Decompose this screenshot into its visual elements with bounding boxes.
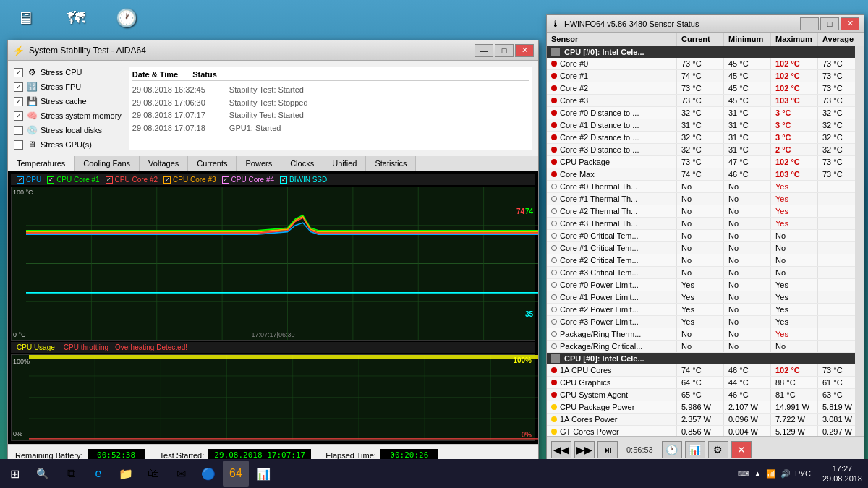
hwinfo-minimize-button[interactable]: — — [800, 17, 819, 30]
hwinfo-maximize-button[interactable]: □ — [820, 17, 839, 30]
remaining-label: Remaining Battery: — [15, 451, 83, 460]
aida-titlebar[interactable]: ⚡ System Stability Test - AIDA64 — □ ✕ — [8, 40, 538, 61]
aida-close-button[interactable]: ✕ — [515, 44, 534, 57]
hwinfo-row-core2-dist: Core #2 Distance to ... 32 °C 31 °C 3 °C… — [547, 132, 855, 144]
taskbar-tray: ⌨ ▲ 📶 🔊 РУС — [732, 469, 817, 479]
tray-arrow[interactable]: ▲ — [754, 469, 762, 478]
taskbar-explorer[interactable]: 📁 — [113, 461, 139, 487]
stress-fpu-checkbox[interactable] — [14, 82, 23, 92]
legend-core2-checkbox[interactable]: ✓ — [106, 176, 113, 184]
taskbar-hwinfo[interactable]: 📊 — [250, 461, 276, 487]
sensor-core1-dist: Core #1 Distance to ... — [547, 119, 677, 131]
stress-panel: ⚙ Stress CPU 🔢 Stress FPU 💾 Stress cache… — [8, 61, 538, 156]
tab-voltages[interactable]: Voltages — [140, 156, 188, 171]
hwinfo-row-ia-cpu: 1A CPU Cores 74 °C 46 °C 102 °C 73 °C — [547, 364, 855, 377]
pkg-ring-min: No — [724, 328, 771, 340]
stress-log: Date & Time Status 29.08.2018 16:32:45 S… — [129, 67, 532, 150]
col-average: Average — [818, 33, 864, 46]
start-button[interactable]: ⊞ — [0, 459, 29, 488]
aida-title-icon: ⚡ — [12, 45, 25, 56]
stress-cpu-checkbox[interactable] — [14, 68, 23, 77]
sensor-1a-power: 1A Cores Power — [547, 414, 677, 425]
tray-network: 📶 — [766, 469, 776, 479]
th2-indicator — [551, 208, 557, 214]
aida-maximize-button[interactable]: □ — [495, 44, 514, 57]
taskbar-edge[interactable]: e — [85, 461, 111, 487]
hwinfo-scrollbar[interactable] — [855, 46, 864, 436]
tab-statistics[interactable]: Statistics — [366, 156, 416, 171]
log-date-3: 29.08.2018 17:07:18 — [132, 122, 226, 135]
stress-fpu-item: 🔢 Stress FPU — [14, 81, 122, 93]
stress-cache-checkbox[interactable] — [14, 97, 23, 106]
hwinfo-nav-fwd-btn[interactable]: ▶▶ — [574, 441, 595, 458]
stress-disk-checkbox[interactable] — [14, 126, 23, 135]
hwinfo-row-cpu-sa: CPU System Agent 65 °C 46 °C 81 °C 63 °C — [547, 389, 855, 401]
ia-cpu-max: 102 °C — [771, 364, 818, 376]
1a-power-max: 7.722 W — [771, 414, 818, 425]
cpu-pkg-max: 102 °C — [771, 156, 818, 168]
legend-cpu: ✓ CPU — [17, 176, 41, 184]
legend-cpu-checkbox[interactable]: ✓ — [17, 176, 24, 184]
svg-rect-20 — [29, 355, 538, 359]
tab-currents[interactable]: Currents — [188, 156, 237, 171]
taskbar-chrome[interactable]: 🔵 — [195, 461, 221, 487]
stress-options: ⚙ Stress CPU 🔢 Stress FPU 💾 Stress cache… — [14, 67, 122, 150]
pl0-indicator — [551, 282, 557, 288]
taskbar-store[interactable]: 🛍 — [140, 461, 166, 487]
legend-ssd-checkbox[interactable]: ✓ — [280, 176, 287, 184]
map-icon: 🗺 — [61, 4, 90, 33]
tab-powers[interactable]: Powers — [237, 156, 281, 171]
tab-clocks[interactable]: Clocks — [281, 156, 323, 171]
hwinfo-close-button[interactable]: ✕ — [841, 17, 859, 30]
hwinfo-row-th2: Core #2 Thermal Th... No No Yes — [547, 205, 855, 218]
hwinfo-row-pl2: Core #2 Power Limit... Yes No Yes — [547, 304, 855, 316]
pl1-avg — [818, 291, 855, 303]
taskbar-aida64[interactable]: 64 — [223, 461, 249, 487]
stress-cache-icon: 💾 — [26, 95, 38, 107]
hwinfo-content-area: CPU [#0]: Intel Cele... Core #0 73 °C 45… — [547, 46, 864, 436]
desktop-icon-pc[interactable]: 🖥 — [4, 4, 47, 33]
cpu-sa-indicator — [551, 392, 557, 398]
taskbar-mail[interactable]: ✉ — [168, 461, 194, 487]
stress-gpu-checkbox[interactable] — [14, 140, 23, 150]
sensor-pkg-ring: Package/Ring Therm... — [547, 328, 677, 340]
hwinfo-chart-btn[interactable]: 📊 — [685, 441, 705, 458]
hwinfo-row-cpu-pkg: CPU Package 73 °C 47 °C 102 °C 73 °C — [547, 156, 855, 168]
stress-mem-checkbox[interactable] — [14, 111, 23, 121]
tab-unified[interactable]: Unified — [323, 156, 366, 171]
pl0-max: Yes — [771, 279, 818, 291]
gt-power-current: 0.856 W — [677, 426, 724, 436]
sensor-core-max: Core Max — [547, 168, 677, 180]
hwinfo-clock-btn[interactable]: 🕐 — [662, 441, 682, 458]
th2-min: No — [724, 205, 771, 217]
aida-minimize-button[interactable]: — — [475, 44, 493, 57]
sensor-pl2: Core #2 Power Limit... — [547, 304, 677, 315]
cpu-graphics-indicator — [551, 380, 557, 385]
pl2-avg — [818, 304, 855, 315]
stress-disk-icon: 💿 — [26, 124, 38, 136]
tab-temperatures[interactable]: Temperatures — [8, 156, 75, 171]
stress-gpu-icon: 🖥 — [26, 139, 38, 150]
hwinfo-settings-btn[interactable]: ⚙ — [708, 441, 728, 458]
hwinfo-close-toolbar-btn[interactable]: ✕ — [731, 441, 752, 458]
hwinfo-nav-back-btn[interactable]: ◀◀ — [551, 441, 571, 458]
taskbar-clock[interactable]: 17:27 29.08.2018 — [817, 463, 868, 484]
hwinfo-titlebar[interactable]: 🌡 HWiNFO64 v5.86-3480 Sensor Status — □ … — [547, 15, 864, 33]
crit0-current: No — [677, 230, 724, 241]
legend-core4-checkbox[interactable]: ✓ — [222, 176, 229, 184]
desktop-icon-map[interactable]: 🗺 — [54, 4, 98, 33]
tray-lang[interactable]: РУС — [795, 469, 811, 478]
hwinfo-play-btn[interactable]: ⏯ — [597, 441, 618, 458]
taskbar-search-icon[interactable]: 🔍 — [29, 459, 55, 488]
tab-cooling-fans[interactable]: Cooling Fans — [75, 156, 140, 171]
desktop-icons: 🖥 🗺 🕐 — [4, 4, 148, 33]
chart-y-bottom: 0 °C — [13, 331, 26, 338]
usage-right-100: 100% — [513, 356, 532, 364]
sensor-crit1: Core #1 Critical Tem... — [547, 242, 677, 254]
taskbar-task-view[interactable]: ⧉ — [58, 461, 84, 487]
legend-core3-checkbox[interactable]: ✓ — [163, 176, 171, 184]
legend-core1-checkbox[interactable]: ✓ — [47, 176, 54, 184]
desktop-icon-clock[interactable]: 🕐 — [105, 4, 148, 33]
section-1-icon — [551, 48, 560, 56]
hwinfo-body: CPU [#0]: Intel Cele... Core #0 73 °C 45… — [547, 46, 855, 436]
